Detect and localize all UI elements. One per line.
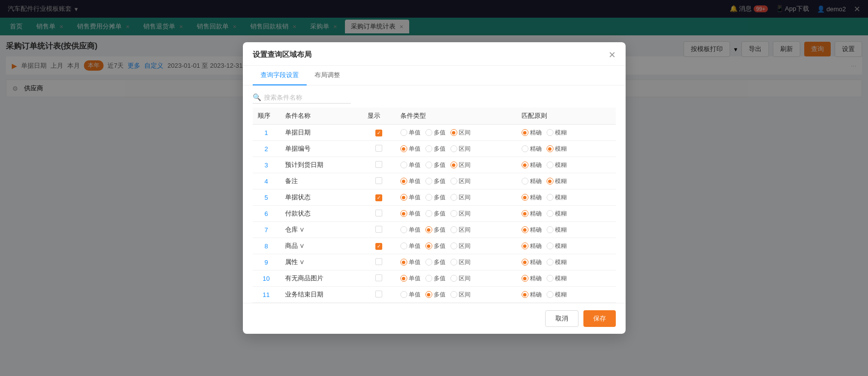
tab-query-fields[interactable]: 查询字段设置 (253, 66, 307, 85)
dialog-search-area: 🔍 (243, 85, 626, 107)
save-button[interactable]: 保存 (583, 310, 616, 327)
cell-order: 4 (253, 173, 280, 189)
radio-label: 模糊 (555, 129, 567, 137)
radio-label: 多值 (434, 145, 446, 153)
cancel-button[interactable]: 取消 (545, 310, 579, 327)
type-radio-区间[interactable]: 区间 (450, 129, 471, 137)
match-radio-精确[interactable]: 精确 (522, 274, 542, 283)
dialog-title: 设置查询区域布局 (253, 50, 312, 59)
match-radio-精确[interactable]: 精确 (522, 177, 542, 186)
type-radio-单值[interactable]: 单值 (400, 177, 421, 186)
match-radio-精确[interactable]: 精确 (522, 161, 542, 169)
radio-circle (400, 242, 407, 249)
match-radio-模糊[interactable]: 模糊 (547, 242, 567, 250)
type-radio-区间[interactable]: 区间 (450, 177, 471, 186)
cell-name: 仓库 ∨ (280, 222, 363, 238)
display-checkbox[interactable] (375, 243, 382, 250)
type-radio-多值[interactable]: 多值 (425, 258, 446, 267)
match-radio-模糊[interactable]: 模糊 (547, 291, 567, 299)
match-radio-模糊[interactable]: 模糊 (547, 161, 567, 169)
cell-display (363, 270, 395, 287)
display-checkbox[interactable] (375, 177, 382, 184)
radio-circle (547, 178, 553, 185)
type-radio-单值[interactable]: 单值 (400, 291, 421, 299)
type-radio-区间[interactable]: 区间 (450, 274, 471, 283)
type-radio-多值[interactable]: 多值 (425, 274, 446, 283)
type-radio-单值[interactable]: 单值 (400, 210, 421, 218)
cell-type: 单值多值区间 (395, 238, 517, 254)
match-radio-模糊[interactable]: 模糊 (547, 145, 567, 153)
type-radio-多值[interactable]: 多值 (425, 226, 446, 234)
type-radio-单值[interactable]: 单值 (400, 258, 421, 267)
display-checkbox[interactable] (375, 274, 382, 281)
radio-label: 精确 (530, 193, 542, 202)
match-radio-模糊[interactable]: 模糊 (547, 177, 567, 186)
match-radio-精确[interactable]: 精确 (522, 291, 542, 299)
type-radio-单值[interactable]: 单值 (400, 193, 421, 202)
type-radio-多值[interactable]: 多值 (425, 193, 446, 202)
display-checkbox[interactable] (375, 145, 382, 152)
type-radio-单值[interactable]: 单值 (400, 129, 421, 137)
type-radio-多值[interactable]: 多值 (425, 291, 446, 299)
display-checkbox[interactable] (375, 194, 382, 201)
type-radio-区间[interactable]: 区间 (450, 145, 471, 153)
match-radio-精确[interactable]: 精确 (522, 210, 542, 218)
display-checkbox[interactable] (375, 291, 382, 297)
type-radio-单值[interactable]: 单值 (400, 274, 421, 283)
type-radio-区间[interactable]: 区间 (450, 258, 471, 267)
tab-layout-adjust[interactable]: 布局调整 (307, 66, 348, 85)
type-radio-多值[interactable]: 多值 (425, 177, 446, 186)
type-radio-单值[interactable]: 单值 (400, 242, 421, 250)
match-radio-精确[interactable]: 精确 (522, 242, 542, 250)
type-radio-区间[interactable]: 区间 (450, 291, 471, 299)
type-radio-多值[interactable]: 多值 (425, 161, 446, 169)
radio-circle (547, 145, 553, 152)
display-checkbox[interactable] (375, 258, 382, 265)
dialog-close-button[interactable]: ✕ (608, 51, 616, 59)
radio-circle (425, 178, 432, 185)
match-radio-模糊[interactable]: 模糊 (547, 258, 567, 267)
cell-match: 精确模糊 (517, 173, 616, 189)
type-radio-区间[interactable]: 区间 (450, 161, 471, 169)
type-radio-多值[interactable]: 多值 (425, 242, 446, 250)
match-radio-模糊[interactable]: 模糊 (547, 274, 567, 283)
radio-circle (547, 242, 553, 249)
cell-order: 10 (253, 270, 280, 287)
match-radio-精确[interactable]: 精确 (522, 129, 542, 137)
table-row: 2单据编号单值多值区间精确模糊 (253, 141, 616, 157)
display-checkbox[interactable] (375, 161, 382, 168)
radio-label: 精确 (530, 161, 542, 169)
match-radio-模糊[interactable]: 模糊 (547, 129, 567, 137)
type-radio-多值[interactable]: 多值 (425, 145, 446, 153)
match-radio-精确[interactable]: 精确 (522, 193, 542, 202)
radio-label: 精确 (530, 258, 542, 267)
display-checkbox[interactable] (375, 226, 382, 233)
type-radio-区间[interactable]: 区间 (450, 242, 471, 250)
cell-order: 8 (253, 238, 280, 254)
type-radio-区间[interactable]: 区间 (450, 210, 471, 218)
match-radio-模糊[interactable]: 模糊 (547, 193, 567, 202)
type-radio-区间[interactable]: 区间 (450, 226, 471, 234)
radio-label: 模糊 (555, 193, 567, 202)
display-checkbox[interactable] (375, 210, 382, 216)
type-radio-区间[interactable]: 区间 (450, 193, 471, 202)
type-radio-多值[interactable]: 多值 (425, 210, 446, 218)
match-radio-模糊[interactable]: 模糊 (547, 226, 567, 234)
radio-circle (400, 226, 407, 233)
type-radio-单值[interactable]: 单值 (400, 161, 421, 169)
radio-circle (425, 291, 432, 298)
type-radio-单值[interactable]: 单值 (400, 145, 421, 153)
display-checkbox[interactable] (375, 130, 382, 136)
radio-label: 单值 (409, 258, 421, 267)
condition-search-input[interactable] (264, 94, 342, 101)
settings-dialog: 设置查询区域布局 ✕ 查询字段设置 布局调整 🔍 顺序 (243, 42, 626, 334)
cell-name: 有无商品图片 (280, 270, 363, 287)
radio-circle (450, 291, 457, 298)
type-radio-多值[interactable]: 多值 (425, 129, 446, 137)
match-radio-模糊[interactable]: 模糊 (547, 210, 567, 218)
match-radio-精确[interactable]: 精确 (522, 258, 542, 267)
match-radio-精确[interactable]: 精确 (522, 145, 542, 153)
match-radio-精确[interactable]: 精确 (522, 226, 542, 234)
type-radio-单值[interactable]: 单值 (400, 226, 421, 234)
table-row: 6付款状态单值多值区间精确模糊 (253, 206, 616, 222)
